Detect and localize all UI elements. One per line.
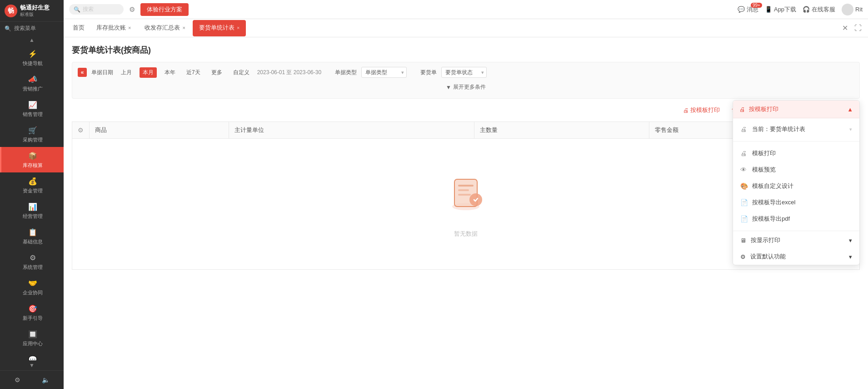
topbar-search-box[interactable]: 🔍 搜索 bbox=[69, 4, 124, 15]
sidebar-settings-btn[interactable]: ⚙ bbox=[13, 374, 22, 385]
nav-icon-caigou: 🛒 bbox=[28, 126, 37, 135]
topbar-search-placeholder: 搜索 bbox=[83, 5, 94, 13]
sidebar-item-jingying[interactable]: 📊 经营管理 bbox=[0, 198, 64, 223]
tab-kucun-pizhang-close[interactable]: × bbox=[128, 25, 131, 30]
dropdown-header-right[interactable]: ▲ bbox=[847, 106, 853, 113]
filter-date-label: 单据日期 bbox=[91, 69, 113, 76]
sidebar-item-zijin[interactable]: 💰 资金管理 bbox=[0, 172, 64, 198]
sidebar-item-kuaijie[interactable]: ⚡ 快捷导航 bbox=[0, 45, 64, 71]
display-print-icon: 🖥 bbox=[740, 237, 746, 244]
nav-label-caigou: 采购管理 bbox=[23, 136, 43, 143]
table-settings-icon[interactable]: ⚙ bbox=[78, 126, 84, 134]
topbar-messages[interactable]: 💬 消息 99+ bbox=[738, 5, 758, 14]
date-btn-7days[interactable]: 近7天 bbox=[183, 67, 204, 78]
sidebar: 畅 畅通好生意 标准版 🔍 搜索菜单 ▲ ⚡ 快捷导航 📣 营销推广 📈 销售管… bbox=[0, 0, 64, 389]
tab-home[interactable]: 首页 bbox=[68, 20, 89, 36]
dropdown-item-template-design[interactable]: 🎨 模板自定义设计 bbox=[733, 178, 859, 194]
nav-icon-jichu: 📋 bbox=[28, 228, 37, 237]
tab-kucun-pizhang[interactable]: 库存批次账 × bbox=[90, 20, 137, 36]
nav-icon-xiaoshou: 📈 bbox=[28, 101, 37, 109]
dropdown-item-template-preview[interactable]: 👁 模板预览 bbox=[733, 162, 859, 178]
sidebar-item-caigou[interactable]: 🛒 采购管理 bbox=[0, 121, 64, 147]
topbar-user[interactable]: Rit bbox=[842, 4, 863, 15]
filter-type-select[interactable]: 单据类型 bbox=[361, 67, 407, 78]
template-print-icon: 🖨 bbox=[740, 150, 748, 157]
dropdown-display-print[interactable]: 🖥 按显示打印 ▾ bbox=[733, 232, 859, 248]
topbar-online-service-label: 在线客服 bbox=[812, 5, 835, 14]
filter-yaohuo-label: 要货单 bbox=[420, 69, 437, 76]
expand-more-label: 展开更多条件 bbox=[453, 83, 486, 91]
sidebar-item-yingyong[interactable]: 🔲 应用中心 bbox=[0, 325, 64, 351]
dropdown-item-template-pdf[interactable]: 📄 按模板导出pdf bbox=[733, 211, 859, 227]
date-btn-last-month[interactable]: 上月 bbox=[118, 67, 135, 78]
date-btn-custom[interactable]: 自定义 bbox=[230, 67, 253, 78]
nav-icon-qiye: 🤝 bbox=[28, 279, 37, 288]
topbar-app-download[interactable]: 📱 App下载 bbox=[765, 5, 796, 14]
nav-label-kuaijie: 快捷导航 bbox=[23, 60, 43, 67]
nav-label-yingyong: 应用中心 bbox=[23, 340, 43, 347]
sidebar-item-xitong[interactable]: ⚙ 系统管理 bbox=[0, 249, 64, 274]
date-btn-more[interactable]: 更多 bbox=[208, 67, 225, 78]
dropdown-current-arrow: ▾ bbox=[849, 126, 852, 132]
nav-label-yingxiao: 营销推广 bbox=[23, 86, 43, 92]
nav-icon-qiyeweixin: 💬 bbox=[28, 355, 37, 360]
template-print-label: 模板打印 bbox=[752, 149, 776, 157]
dropdown-current-item[interactable]: 🖨 当前：要货单统计表 ▾ bbox=[733, 121, 859, 137]
empty-icon bbox=[443, 170, 489, 224]
print-btn[interactable]: 🖨 按模板打印 bbox=[679, 104, 723, 116]
topbar-online-service[interactable]: 🎧 在线客服 bbox=[803, 5, 835, 14]
nav-icon-xinshou: 🎯 bbox=[28, 304, 37, 313]
expand-more-btn[interactable]: ▼ 展开更多条件 bbox=[441, 81, 490, 94]
topbar-settings-icon[interactable]: ⚙ bbox=[129, 5, 135, 14]
filter-type-select-wrapper[interactable]: 单据类型 bbox=[361, 67, 407, 78]
sidebar-speaker-btn[interactable]: 🔈 bbox=[40, 374, 51, 385]
sidebar-item-kucun[interactable]: 📦 库存核算 bbox=[0, 147, 64, 172]
sidebar-item-qiye[interactable]: 🤝 企业协同 bbox=[0, 274, 64, 300]
filter-type-label: 单据类型 bbox=[335, 69, 357, 76]
tab-shoufahu-label: 收发存汇总表 bbox=[145, 24, 180, 32]
template-preview-icon: 👁 bbox=[740, 166, 748, 173]
dropdown-default-func[interactable]: ⚙ 设置默认功能 ▾ bbox=[733, 248, 859, 265]
sidebar-scroll-up[interactable]: ▲ bbox=[0, 35, 64, 45]
sidebar-item-yingxiao[interactable]: 📣 营销推广 bbox=[0, 71, 64, 96]
nav-label-kucun: 库存核算 bbox=[23, 162, 43, 169]
dropdown-section-items: 🖨 模板打印 👁 模板预览 🎨 模板自定义设计 📄 按模板导出excel 📄 bbox=[733, 142, 859, 230]
tab-yaohuo-label: 要货单统计表 bbox=[199, 24, 234, 32]
message-icon: 💬 bbox=[738, 6, 745, 13]
online-service-icon: 🎧 bbox=[803, 6, 810, 13]
dropdown-item-template-print[interactable]: 🖨 模板打印 bbox=[733, 145, 859, 162]
dropdown-current-label: 当前：要货单统计表 bbox=[752, 125, 805, 133]
template-preview-label: 模板预览 bbox=[752, 166, 776, 174]
nav-icon-jingying: 📊 bbox=[28, 202, 37, 211]
sidebar-item-jichu[interactable]: 📋 基础信息 bbox=[0, 223, 64, 249]
dropdown-item-template-excel[interactable]: 📄 按模板导出excel bbox=[733, 194, 859, 211]
empty-text: 暂无数据 bbox=[454, 230, 478, 238]
sidebar-item-xinshou[interactable]: 🎯 新手引导 bbox=[0, 300, 64, 325]
tab-expand-btn[interactable]: ⛶ bbox=[853, 23, 863, 33]
nav-icon-zijin: 💰 bbox=[28, 177, 37, 186]
sidebar-nav: ⚡ 快捷导航 📣 营销推广 📈 销售管理 🛒 采购管理 📦 库存核算 💰 资金管… bbox=[0, 45, 64, 360]
template-excel-icon: 📄 bbox=[740, 199, 748, 206]
date-btn-this-month[interactable]: 本月 bbox=[140, 67, 157, 78]
filter-collapse-icon[interactable]: « bbox=[78, 68, 87, 77]
print-btn-label: 按模板打印 bbox=[690, 106, 720, 114]
sidebar-search[interactable]: 🔍 搜索菜单 bbox=[0, 22, 64, 35]
tab-yaohuo-close[interactable]: × bbox=[237, 25, 239, 30]
sidebar-item-xiaoshou[interactable]: 📈 销售管理 bbox=[0, 96, 64, 121]
tab-bar-controls: ✕ ⛶ bbox=[840, 23, 863, 33]
tab-yaohuo-tongji[interactable]: 要货单统计表 × bbox=[193, 20, 246, 36]
topbar-industry-btn[interactable]: 体验行业方案 bbox=[140, 3, 189, 16]
topbar-username: Rit bbox=[855, 6, 863, 13]
svg-rect-5 bbox=[458, 194, 471, 196]
tab-shoufahu-zongbiao[interactable]: 收发存汇总表 × bbox=[138, 20, 191, 36]
topbar-right: 💬 消息 99+ 📱 App下载 🎧 在线客服 Rit bbox=[738, 4, 863, 15]
tab-close-all-btn[interactable]: ✕ bbox=[840, 23, 850, 33]
date-btn-this-year[interactable]: 本年 bbox=[161, 67, 179, 78]
date-range-text: 2023-06-01 至 2023-06-30 bbox=[257, 69, 321, 76]
sidebar-item-qiyeweixin[interactable]: 💬 企业微信 bbox=[0, 351, 64, 360]
filter-yaohuo-select[interactable]: 要货单状态 bbox=[441, 67, 487, 78]
nav-label-xiaoshou: 销售管理 bbox=[23, 111, 43, 118]
sidebar-scroll-down[interactable]: ▼ bbox=[0, 360, 64, 370]
tab-shoufahu-close[interactable]: × bbox=[182, 25, 185, 30]
filter-yaohuo-select-wrapper[interactable]: 要货单状态 bbox=[441, 67, 487, 78]
